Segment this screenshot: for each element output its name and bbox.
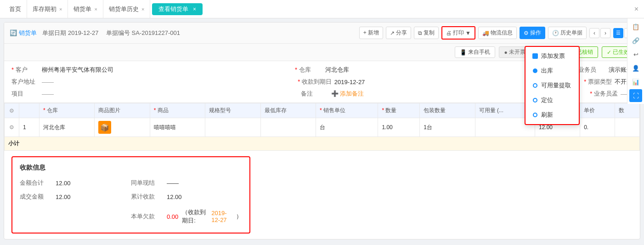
col-warehouse: 仓库 [39,103,94,118]
staff-field: 业务员 演示账号 [578,66,633,74]
print-button[interactable]: 🖨 打印 ▼ [441,26,475,40]
same-order-row: 同单现结 —— [131,177,242,188]
col-unit: 销售单位 [316,103,378,118]
col-qty: 数量 [378,103,420,118]
col-min-stock: 最低库存 [260,103,316,118]
tab-check-sales[interactable]: 查看销货单 × [152,3,203,15]
right-chart-icon[interactable]: 📊 [629,75,642,88]
address-label: 客户地址 [11,78,39,86]
deal-amount-value: 12.00 [56,194,71,200]
total-row: 金额合计 12.00 [20,177,131,188]
col-img: 商品图片 [95,103,150,118]
print-icon: 🖨 [446,30,452,36]
right-expand-icon[interactable]: ⛶ [629,89,642,102]
logistics-button[interactable]: 🚚 物流信息 [478,27,517,39]
deal-amount-label: 成交金额 [20,193,52,201]
close-tab-check-sales[interactable]: × [193,6,196,12]
subtotal-row: 小计 [5,137,640,151]
col-pkg-qty: 包装数量 [420,103,475,118]
customer-value: 柳州粤港平安气体有限公司 [42,66,113,74]
sales-staff-label: 业务员孟 [590,90,618,98]
doc-number-value: SA-20191227-001 [132,29,181,36]
col-amount: 数 [615,103,640,118]
tab-bar: 首页 库存期初 × 销货单 × 销货单历史 × 查看销货单 × × [0,0,644,18]
same-order-label: 同单现结 [131,179,163,187]
out-warehouse-icon [532,68,538,74]
tab-home[interactable]: 首页 [4,0,27,18]
address-field: 客户地址 —— [11,78,298,86]
col-product: 商品 [150,103,205,118]
warehouse-label: 仓库 [295,66,322,74]
print-dropdown-arrow: ▼ [465,30,471,36]
row-gear[interactable]: ⚙ [5,118,19,137]
doc-toolbar: + 新增 ↗ 分享 ⧉ 复制 🖨 打印 ▼ 🚚 物流信息 [359,26,634,40]
copy-button[interactable]: ⧉ 复制 [414,27,439,39]
col-price: 单价 [580,103,615,118]
doc-date-label: 单据日期 2019-12-27 [42,29,99,37]
row-spec [205,118,260,137]
owe-note: （收款到期日: [182,208,208,225]
customer-label: 客户 [11,66,39,74]
dropdown-add-invoice[interactable]: 添加发票 [525,49,579,63]
doc-number-label: 单据编号 SA-20191227-001 [106,29,181,37]
dropdown-refresh[interactable]: 刷新 [525,108,579,122]
tab-sales-order[interactable]: 销货单 × [68,0,103,18]
owe-date: 2019-12-27 [211,210,232,223]
same-order-value: —— [167,180,179,187]
dropdown-available-qty[interactable]: 可用量提取 [525,78,579,93]
refresh-icon [532,112,538,118]
operation-dropdown: 添加发票 出库 可用量提取 定位 刷新 [525,46,580,125]
ticket-type-label: 票据类型 [584,78,612,86]
close-tab-sales[interactable]: × [94,6,97,12]
effective-icon: ✓ [607,49,611,56]
list-view-btn[interactable]: ☰ [613,28,623,38]
share-button[interactable]: ↗ 分享 [386,27,411,39]
add-note-link[interactable]: ➕ 添加备注 [331,90,364,98]
ticket-type-field: 票据类型 不开票 [584,78,633,86]
row-qty: 1.00 [378,118,420,137]
note-label: 备注 [301,90,328,98]
tab-sales-history[interactable]: 销货单历史 × [103,0,150,18]
dropdown-locate[interactable]: 定位 [525,93,579,108]
payment-box: 收款信息 金额合计 12.00 同单现结 —— 成交金额 12.00 累计收款 … [11,156,250,234]
owe-row: 本单欠款 0.00 （收款到期日: 2019-12-27 ） [131,207,242,226]
doc-header-left: 🔄 销货单 单据日期 2019-12-27 单据编号 SA-20191227-0… [10,29,180,37]
right-link-icon[interactable]: 🔗 [629,34,642,47]
close-tab-inventory[interactable]: × [59,6,62,12]
right-user-icon[interactable]: 👤 [629,62,642,74]
operation-button[interactable]: ⚙ 操作 [520,27,545,39]
doc-icon: 🔄 [10,29,17,36]
from-phone-button[interactable]: 📱 来自手机 [455,46,495,58]
prev-button[interactable]: ‹ [589,28,599,38]
product-image: 📦 [98,121,111,134]
tab-inventory[interactable]: 库存期初 × [27,0,68,18]
total-value: 12.00 [56,180,71,187]
dropdown-out-warehouse[interactable]: 出库 [525,63,579,78]
new-button[interactable]: + 新增 [359,27,383,39]
deal-amount-row: 成交金额 12.00 [20,191,131,202]
history-button[interactable]: 🕐 历史单据 [548,27,587,39]
project-label: 项目 [11,90,39,98]
doc-title: 🔄 销货单 [10,29,37,37]
customer-field: 客户 柳州粤港平安气体有限公司 [11,66,295,74]
cumulative-label: 累计收款 [131,193,163,201]
share-icon: ↗ [390,30,395,36]
row-product: 嘻嘻嘻嘻 [150,118,205,137]
close-tab-sales-history[interactable]: × [141,6,144,12]
window-close-button[interactable]: × [634,5,638,13]
warehouse-value: 河北仓库 [325,66,349,74]
copy-icon: ⧉ [418,30,422,36]
payment-grid: 金额合计 12.00 同单现结 —— 成交金额 12.00 累计收款 12.00… [20,177,242,226]
total-label: 金额合计 [20,179,52,187]
row-unit: 台 [316,118,378,137]
ticket-icon: ● [504,49,507,56]
doc-meta: 单据日期 2019-12-27 单据编号 SA-20191227-001 [42,29,180,37]
doc-title-text: 销货单 [19,29,37,37]
right-doc-icon[interactable]: 📋 [629,20,642,33]
col-no [19,103,40,118]
owe-label: 本单欠款 [131,212,163,221]
next-button[interactable]: › [600,28,610,38]
project-field: 项目 —— [11,90,301,98]
right-undo-icon[interactable]: ↩ [629,48,642,61]
row-pkg-qty: 1台 [420,118,475,137]
